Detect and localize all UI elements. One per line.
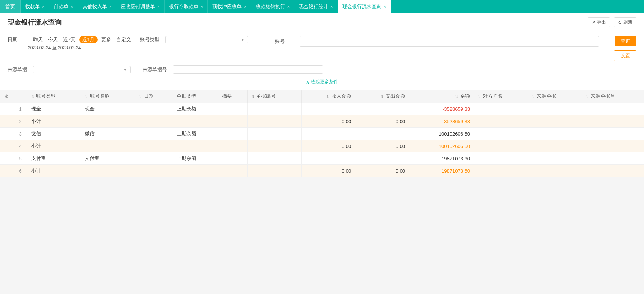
nav-home[interactable]: 首页 xyxy=(0,0,21,13)
nav-receipt-verify[interactable]: 收款核销执行 × xyxy=(251,0,294,13)
nav-payment[interactable]: 付款单 × xyxy=(49,0,78,13)
table-row: 2 小计 0.00 0.00 -3528659.33 xyxy=(0,115,644,128)
nav-cash-bank-flow[interactable]: 现金银行流水查询 × xyxy=(338,0,391,13)
sort-source-doc-icon: ⇅ xyxy=(532,94,535,98)
col-income[interactable]: ⇅ 收入金额 xyxy=(301,90,355,103)
col-expense[interactable]: ⇅ 支出金额 xyxy=(355,90,409,103)
row-source-doc-2 xyxy=(528,128,582,140)
page-title: 现金银行流水查询 xyxy=(8,18,62,27)
col-balance[interactable]: ⇅ 余额 xyxy=(409,90,474,103)
header-actions: ↗ 导出 ↻ 刷新 xyxy=(588,17,636,27)
shortcut-1month[interactable]: 近1月 xyxy=(79,36,98,43)
close-cash-flow-icon[interactable]: × xyxy=(384,4,386,9)
row-gear-4 xyxy=(0,152,14,165)
row-num-1: 2 xyxy=(14,115,27,128)
row-expense-2 xyxy=(355,128,409,140)
row-source-doc-no-4 xyxy=(582,152,644,165)
nav-receipt[interactable]: 收款单 × xyxy=(21,0,49,13)
source-doc-no-input[interactable] xyxy=(173,65,323,74)
row-expense-0 xyxy=(355,103,409,115)
shortcut-yesterday[interactable]: 昨天 xyxy=(32,36,44,43)
nav-cash-bank-stat[interactable]: 现金银行统计 × xyxy=(294,0,338,13)
row-account-type-5: 小计 xyxy=(27,165,81,177)
top-nav: 首页 收款单 × 付款单 × 其他收入单 × 应收应付调整单 × 银行存取款单 … xyxy=(0,0,644,13)
row-summary-3 xyxy=(218,140,247,152)
gear-icon[interactable]: ⚙ xyxy=(5,94,9,99)
source-doc-no-label: 来源单据号 xyxy=(143,66,167,73)
nav-other-income[interactable]: 其他收入单 × xyxy=(78,0,116,13)
close-bank-deposit-icon[interactable]: × xyxy=(201,4,203,9)
settings-button[interactable]: 设置 xyxy=(614,50,636,61)
row-income-3: 0.00 xyxy=(301,140,355,152)
close-receipt-verify-icon[interactable]: × xyxy=(287,4,290,9)
row-balance-1: -3528659.33 xyxy=(409,115,474,128)
account-type-select[interactable]: ▼ xyxy=(165,36,248,43)
export-button[interactable]: ↗ 导出 xyxy=(588,17,610,27)
close-prepaid-icon[interactable]: × xyxy=(244,4,246,9)
nav-prepaid-offset[interactable]: 预收冲应收单 × xyxy=(208,0,251,13)
col-counterpart[interactable]: ⇅ 对方户名 xyxy=(474,90,528,103)
row-doc-no-5 xyxy=(247,165,301,177)
row-num-5: 6 xyxy=(14,165,27,177)
close-receipt-icon[interactable]: × xyxy=(42,4,44,9)
query-button[interactable]: 查询 xyxy=(615,36,636,46)
collapse-bar[interactable]: ∧ 收起更多条件 xyxy=(8,77,636,87)
row-doc-no-0 xyxy=(247,103,301,115)
col-date[interactable]: ⇅ 日期 xyxy=(135,90,173,103)
shortcut-today[interactable]: 今天 xyxy=(47,36,59,43)
table-body: 1 现金 现金 上期余额 -3528659.33 2 小计 0.00 0.00 … xyxy=(0,103,644,177)
close-cash-stat-icon[interactable]: × xyxy=(330,4,333,9)
col-account-name[interactable]: ⇅ 账号名称 xyxy=(81,90,135,103)
shortcut-custom[interactable]: 自定义 xyxy=(115,36,132,43)
data-table-container: ⚙ ⇅ 账号类型 ⇅ 账号名称 ⇅ 日期 单据类型 xyxy=(0,90,644,177)
row-source-doc-0 xyxy=(528,103,582,115)
row-account-type-4: 支付宝 xyxy=(27,152,81,165)
row-doc-type-1 xyxy=(173,115,218,128)
row-summary-2 xyxy=(218,128,247,140)
row-gear-5 xyxy=(0,165,14,177)
close-payment-icon[interactable]: × xyxy=(71,4,73,9)
row-account-name-5 xyxy=(81,165,135,177)
col-source-doc-no[interactable]: ⇅ 来源单据号 xyxy=(582,90,644,103)
row-source-doc-5 xyxy=(528,165,582,177)
row-balance-0: -3528659.33 xyxy=(409,103,474,115)
nav-ar-ap-adjust[interactable]: 应收应付调整单 × xyxy=(116,0,164,13)
col-account-type[interactable]: ⇅ 账号类型 xyxy=(27,90,81,103)
right-actions: 查询 设置 xyxy=(614,36,636,61)
row-counterpart-3 xyxy=(474,140,528,152)
row-expense-3: 0.00 xyxy=(355,140,409,152)
account-dots-button[interactable]: ... xyxy=(588,37,596,45)
row-account-type-1: 小计 xyxy=(27,115,81,128)
shortcut-7days[interactable]: 近7天 xyxy=(62,36,77,43)
table-row: 5 支付宝 支付宝 上期余额 19871073.60 xyxy=(0,152,644,165)
source-doc-label: 来源单据 xyxy=(8,66,27,73)
source-doc-select[interactable]: ▼ xyxy=(33,66,131,73)
row-account-name-2: 微信 xyxy=(81,128,135,140)
account-type-label: 账号类型 xyxy=(140,36,159,43)
close-other-income-icon[interactable]: × xyxy=(109,4,111,9)
account-input[interactable]: ... xyxy=(300,36,599,47)
col-doc-no[interactable]: ⇅ 单据编号 xyxy=(247,90,301,103)
close-ar-ap-icon[interactable]: × xyxy=(157,4,159,9)
source-doc-no-field[interactable] xyxy=(176,67,320,72)
row-doc-no-3 xyxy=(247,140,301,152)
row-doc-type-2: 上期余额 xyxy=(173,128,218,140)
col-source-doc[interactable]: ⇅ 来源单据 xyxy=(528,90,582,103)
nav-bank-deposit[interactable]: 银行存取款单 × xyxy=(165,0,208,13)
row-gear-3 xyxy=(0,140,14,152)
row-account-name-4: 支付宝 xyxy=(81,152,135,165)
shortcut-more[interactable]: 更多 xyxy=(100,36,113,43)
col-doc-type: 单据类型 xyxy=(173,90,218,103)
refresh-button[interactable]: ↻ 刷新 xyxy=(614,17,636,27)
sort-date-icon: ⇅ xyxy=(139,94,142,98)
table-row: 3 微信 微信 上期余额 100102606.60 xyxy=(0,128,644,140)
sort-account-type-icon: ⇅ xyxy=(31,94,34,98)
sort-counterpart-icon: ⇅ xyxy=(478,94,481,98)
sort-balance-icon: ⇅ xyxy=(455,94,458,98)
col-gear[interactable]: ⚙ xyxy=(0,90,14,103)
row-doc-type-0: 上期余额 xyxy=(173,103,218,115)
row-doc-type-5 xyxy=(173,165,218,177)
row-counterpart-4 xyxy=(474,152,528,165)
export-icon: ↗ xyxy=(592,20,596,25)
row-income-2 xyxy=(301,128,355,140)
